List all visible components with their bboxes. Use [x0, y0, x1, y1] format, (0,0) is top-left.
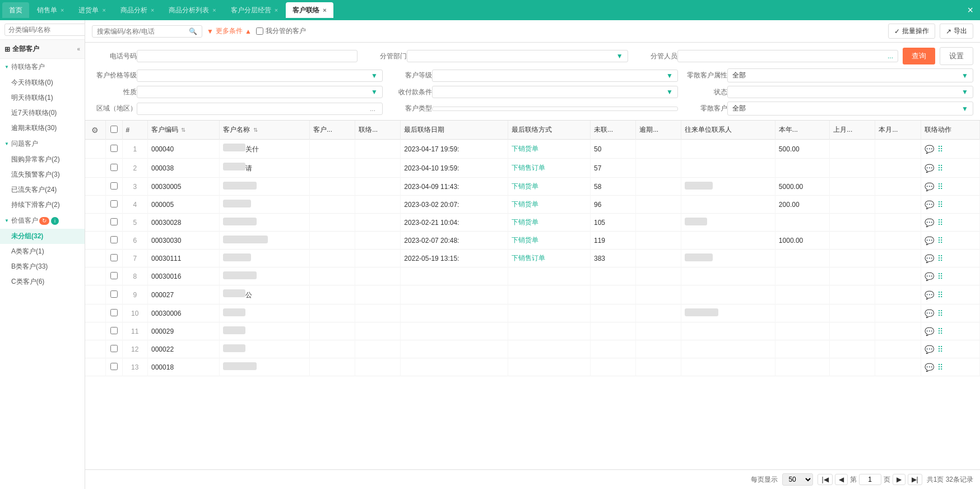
- my-customer-checkbox[interactable]: [256, 27, 263, 35]
- tab-home[interactable]: 首页: [2, 2, 29, 18]
- sidebar-item-churn-warning[interactable]: 流失预警客户(3): [0, 167, 85, 182]
- last-page-btn[interactable]: ▶|: [908, 474, 922, 485]
- sidebar-item-b-class[interactable]: B类客户(33): [0, 259, 85, 274]
- more-action-13[interactable]: ⠿: [937, 363, 943, 372]
- contact-action-11[interactable]: 💬: [925, 327, 934, 336]
- contact-action-8[interactable]: 💬: [925, 272, 934, 281]
- contact-action-7[interactable]: 💬: [925, 254, 934, 263]
- query-btn[interactable]: 查询: [903, 48, 935, 64]
- more-action-6[interactable]: ⠿: [937, 236, 943, 245]
- row-checkbox-2[interactable]: [110, 164, 118, 171]
- sidebar-item-hoarding-abnormal[interactable]: 囤购异常客户(2): [0, 152, 85, 167]
- tab-product-analysis-list[interactable]: 商品分析列表 ×: [162, 2, 222, 18]
- first-page-btn[interactable]: |◀: [818, 474, 832, 485]
- more-action-12[interactable]: ⠿: [937, 345, 943, 354]
- name-sort-icon[interactable]: ⇅: [253, 127, 258, 133]
- more-action-7[interactable]: ⠿: [937, 254, 943, 263]
- region-dots[interactable]: ...: [368, 105, 378, 113]
- customer-contact-tab-close[interactable]: ×: [323, 7, 326, 13]
- status-select[interactable]: ▼: [727, 86, 973, 98]
- contact-action-4[interactable]: 💬: [925, 200, 934, 209]
- row-checkbox-7[interactable]: [110, 254, 118, 261]
- gender-select[interactable]: ▼: [137, 86, 383, 98]
- tab-sales[interactable]: 销售单 ×: [30, 2, 71, 18]
- tab-purchase[interactable]: 进货单 ×: [72, 2, 112, 18]
- link-1[interactable]: 下销货单: [512, 145, 538, 153]
- sidebar-item-a-class[interactable]: A类客户(1): [0, 244, 85, 259]
- page-number-input[interactable]: [859, 474, 881, 485]
- sidebar-value-group[interactable]: 价值客户 ↻ i: [0, 213, 85, 229]
- dept-select[interactable]: ▼: [407, 50, 628, 62]
- sidebar-item-overdue-pending[interactable]: 逾期未联络(30): [0, 121, 85, 136]
- link-7[interactable]: 下销售订单: [512, 254, 545, 262]
- product-analysis-list-tab-close[interactable]: ×: [212, 7, 216, 13]
- contact-action-12[interactable]: 💬: [925, 345, 934, 354]
- customer-segment-tab-close[interactable]: ×: [275, 7, 278, 13]
- select-all-checkbox[interactable]: [110, 126, 118, 133]
- per-page-select[interactable]: 50 100 200: [782, 473, 813, 486]
- code-sort-icon[interactable]: ⇅: [181, 127, 185, 133]
- sidebar-item-tomorrow-pending[interactable]: 明天待联络(1): [0, 90, 85, 105]
- more-action-11[interactable]: ⠿: [937, 327, 943, 336]
- more-action-5[interactable]: ⠿: [937, 218, 943, 227]
- settings-icon[interactable]: ⚙: [91, 126, 99, 135]
- sidebar-item-today-pending[interactable]: 今天待联络(0): [0, 75, 85, 90]
- row-checkbox-1[interactable]: [110, 145, 118, 152]
- manager-select[interactable]: ...: [677, 50, 898, 62]
- row-checkbox-5[interactable]: [110, 218, 118, 225]
- reset-btn[interactable]: 设置: [940, 47, 973, 65]
- phone-input[interactable]: [137, 50, 357, 62]
- filter-search-input[interactable]: [97, 27, 187, 35]
- sidebar-item-declining[interactable]: 持续下滑客户(2): [0, 197, 85, 213]
- more-action-4[interactable]: ⠿: [937, 200, 943, 209]
- more-action-8[interactable]: ⠿: [937, 272, 943, 281]
- export-btn[interactable]: ↗ 导出: [940, 24, 973, 39]
- sidebar-item-churned[interactable]: 已流失客户(24): [0, 182, 85, 197]
- contact-action-5[interactable]: 💬: [925, 218, 934, 227]
- sidebar-pending-group[interactable]: 待联络客户: [0, 59, 85, 75]
- region-select[interactable]: ...: [137, 103, 383, 115]
- sidebar-item-c-class[interactable]: C类客户(6): [0, 274, 85, 289]
- link-6[interactable]: 下销货单: [512, 236, 538, 244]
- sales-tab-close[interactable]: ×: [61, 7, 64, 13]
- link-2[interactable]: 下销售订单: [512, 164, 545, 172]
- row-checkbox-4[interactable]: [110, 200, 118, 207]
- sidebar-item-ungroup[interactable]: 未分组(32): [0, 229, 85, 244]
- contact-action-9[interactable]: 💬: [925, 290, 934, 299]
- price-level-select[interactable]: ▼: [137, 70, 383, 82]
- row-checkbox-13[interactable]: [110, 363, 118, 370]
- row-checkbox-8[interactable]: [110, 272, 118, 279]
- sidebar-all-customers[interactable]: ⊞ 全部客户 «: [0, 40, 85, 59]
- payment-select[interactable]: ▼: [432, 86, 678, 98]
- contact-action-10[interactable]: 💬: [925, 309, 934, 318]
- contact-action-1[interactable]: 💬: [925, 145, 934, 154]
- link-3[interactable]: 下销货单: [512, 182, 538, 190]
- contact-action-2[interactable]: 💬: [925, 164, 934, 173]
- link-5[interactable]: 下销货单: [512, 218, 538, 226]
- sidebar-search-input[interactable]: [4, 24, 85, 36]
- row-checkbox-3[interactable]: [110, 182, 118, 190]
- batch-operation-btn[interactable]: ✓ 批量操作: [888, 24, 935, 39]
- product-analysis-tab-close[interactable]: ×: [151, 7, 154, 13]
- row-checkbox-12[interactable]: [110, 345, 118, 352]
- purchase-tab-close[interactable]: ×: [102, 7, 105, 13]
- more-action-10[interactable]: ⠿: [937, 309, 943, 318]
- next-page-btn[interactable]: ▶: [893, 474, 905, 485]
- prev-page-btn[interactable]: ◀: [835, 474, 848, 485]
- row-checkbox-9[interactable]: [110, 290, 118, 298]
- more-action-3[interactable]: ⠿: [937, 182, 943, 191]
- customer-type-select[interactable]: [432, 107, 678, 111]
- customer-level-select[interactable]: ▼: [432, 70, 678, 82]
- tab-customer-segment[interactable]: 客户分层经营 ×: [224, 2, 285, 18]
- more-action-2[interactable]: ⠿: [937, 164, 943, 173]
- more-action-1[interactable]: ⠿: [937, 145, 943, 154]
- row-checkbox-6[interactable]: [110, 236, 118, 243]
- contact-action-3[interactable]: 💬: [925, 182, 934, 191]
- retail-attr-select[interactable]: 全部 ▼: [727, 68, 973, 82]
- link-4[interactable]: 下销货单: [512, 200, 538, 208]
- row-checkbox-11[interactable]: [110, 327, 118, 334]
- contact-action-13[interactable]: 💬: [925, 363, 934, 372]
- tab-customer-contact[interactable]: 客户联络 ×: [286, 2, 333, 18]
- window-close-button[interactable]: ×: [963, 4, 978, 16]
- more-conditions-btn[interactable]: ▼ 更多条件 ▲: [207, 26, 252, 36]
